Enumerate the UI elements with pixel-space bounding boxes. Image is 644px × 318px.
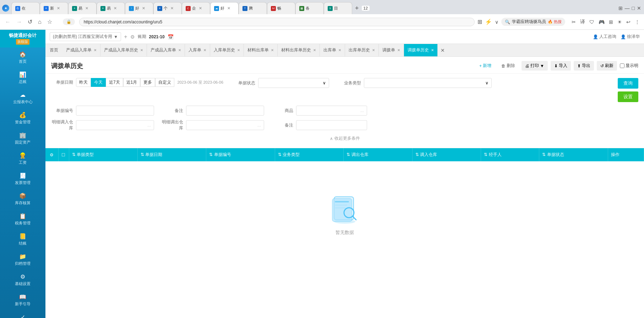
sidebar-item-member[interactable]: ✓ 畅会员 bbox=[0, 310, 45, 318]
sidebar-item-settings[interactable]: ⚙ 基础设置 bbox=[0, 270, 45, 290]
date-btn-1month[interactable]: 近1月 bbox=[123, 78, 141, 87]
close-button[interactable]: ✕ bbox=[637, 5, 641, 11]
th-out-warehouse[interactable]: ⇅ 调出仓库 bbox=[344, 148, 412, 161]
home-button[interactable]: ⌂ bbox=[37, 18, 43, 26]
date-btn-more[interactable]: 更多 bbox=[140, 78, 155, 87]
tab-9[interactable]: T 腾 bbox=[239, 2, 267, 14]
logo-area[interactable]: 畅捷通好会计 旗舰版 bbox=[0, 30, 45, 48]
tab-close-out-history[interactable]: ✕ bbox=[372, 48, 375, 52]
sidebar-item-archive[interactable]: 📁 归档管理 bbox=[0, 250, 45, 270]
sidebar-item-invoice[interactable]: 🧾 发票管理 bbox=[0, 169, 45, 189]
sidebar-item-ledger[interactable]: 📊 总账 bbox=[0, 68, 45, 88]
th-settings[interactable]: ⚙ bbox=[45, 148, 58, 161]
goods-select[interactable]: ... bbox=[296, 106, 367, 116]
tab-in-order[interactable]: 入库单 ✕ bbox=[185, 44, 210, 57]
tab-8[interactable]: ☁ 好 ✕ bbox=[210, 2, 239, 14]
help-button[interactable]: 👤 人工咨询 bbox=[593, 34, 616, 40]
th-biz-type[interactable]: ⇅ 业务类型 bbox=[275, 148, 343, 161]
tab-1[interactable]: 在 在 bbox=[11, 2, 40, 14]
scissors-icon[interactable]: ✂ bbox=[571, 18, 577, 26]
tab-close-in-order[interactable]: ✕ bbox=[203, 48, 206, 52]
maximize-button[interactable]: □ bbox=[632, 5, 635, 11]
tab-close-product-in[interactable]: ✕ bbox=[94, 48, 97, 52]
th-handler[interactable]: ⇅ 经手人 bbox=[481, 148, 539, 161]
doc-no-input[interactable] bbox=[76, 106, 154, 116]
tab-close-product-in-2[interactable]: ✕ bbox=[178, 48, 181, 52]
print-button[interactable]: 🖨 打印 ▼ bbox=[522, 61, 548, 71]
tab-product-in-2[interactable]: 产成品入库单 ✕ bbox=[147, 44, 185, 57]
back-button[interactable]: ← bbox=[4, 18, 12, 26]
extensions-icon[interactable]: ⊞ bbox=[477, 18, 482, 25]
tab-in-history[interactable]: 入库单历史 ✕ bbox=[210, 44, 244, 57]
tab-6-close[interactable]: ✕ bbox=[170, 6, 174, 11]
add-company-btn[interactable]: + bbox=[124, 34, 127, 40]
brightness-icon[interactable]: ☀ bbox=[617, 18, 623, 26]
user-info[interactable]: 👤 徐泽华 bbox=[621, 34, 640, 40]
th-doc-status[interactable]: ⇅ 单据状态 bbox=[539, 148, 608, 161]
tab-close-product-in-history[interactable]: ✕ bbox=[140, 48, 143, 52]
new-tab-button[interactable]: + bbox=[352, 5, 362, 12]
tab-out-history[interactable]: 出库单历史 ✕ bbox=[345, 44, 379, 57]
tab-product-in-history[interactable]: 产成品入库单历史 ✕ bbox=[100, 44, 147, 57]
th-doc-date[interactable]: ⇅ 单据日期 bbox=[137, 148, 206, 161]
out-warehouse-select[interactable]: ... bbox=[186, 120, 264, 130]
forward-button[interactable]: → bbox=[15, 18, 23, 26]
delete-button[interactable]: 🗑 删除 bbox=[498, 61, 519, 71]
tab-7[interactable]: C 企 ✕ bbox=[182, 2, 210, 14]
query-button[interactable]: 查询 bbox=[618, 78, 638, 89]
th-doc-no[interactable]: ⇅ 单据编号 bbox=[206, 148, 275, 161]
tab-close-out-order[interactable]: ✕ bbox=[338, 48, 341, 52]
tab-product-in[interactable]: 产成品入库单 ✕ bbox=[62, 44, 100, 57]
close-all-tabs-button[interactable]: ✕ bbox=[438, 48, 448, 53]
collapse-button[interactable]: ∧ 收起更多条件 bbox=[328, 133, 362, 144]
tab-material-out-history[interactable]: 材料出库单历史 ✕ bbox=[278, 44, 320, 57]
date-btn-today[interactable]: 今天 bbox=[91, 78, 106, 87]
tab-6[interactable]: ≡ 个 ✕ bbox=[153, 2, 182, 14]
tab-transfer[interactable]: 调拨单 ✕ bbox=[379, 44, 404, 57]
date-btn-yesterday[interactable]: 昨天 bbox=[76, 78, 91, 87]
sidebar-item-assets[interactable]: 🏢 固定资产 bbox=[0, 128, 45, 149]
search-bar[interactable]: 🔍 学霸应聘场驱鸟员 🔥 热搜 bbox=[501, 18, 565, 26]
tab-4[interactable]: ≡ 易 ✕ bbox=[97, 2, 125, 14]
expand-icon[interactable]: ∨ bbox=[495, 19, 498, 25]
sidebar-item-funds[interactable]: 💰 资金管理 bbox=[0, 108, 45, 128]
star-button[interactable]: ☆ bbox=[46, 18, 54, 26]
tab-7-close[interactable]: ✕ bbox=[199, 6, 202, 11]
refresh-button[interactable]: ↺ 刷新 bbox=[597, 61, 617, 71]
sidebar-item-payroll[interactable]: 👷 工资 bbox=[0, 149, 45, 169]
biztype-select[interactable]: ∨ bbox=[364, 78, 492, 88]
tab-10[interactable]: M 畅 bbox=[267, 2, 295, 14]
tab-2-close[interactable]: ✕ bbox=[57, 6, 60, 11]
translate-icon[interactable]: 译 bbox=[579, 18, 586, 26]
sidebar-item-guide[interactable]: 📖 新手引导 bbox=[0, 290, 45, 310]
company-settings-icon[interactable]: ⚙ bbox=[130, 34, 135, 40]
address-input[interactable] bbox=[79, 18, 475, 26]
remark-input[interactable] bbox=[186, 106, 264, 116]
extension-1-icon[interactable]: 🛡 bbox=[589, 18, 595, 26]
tab-2[interactable]: ≡ 新 ✕ bbox=[40, 2, 68, 14]
tab-8-close[interactable]: ✕ bbox=[227, 6, 230, 11]
tab-close-material-out[interactable]: ✕ bbox=[271, 48, 274, 52]
undo-icon[interactable]: ↩ bbox=[626, 18, 631, 26]
tab-transfer-history[interactable]: 调拨单历史 ✕ bbox=[404, 44, 438, 57]
tab-close-in-history[interactable]: ✕ bbox=[237, 48, 240, 52]
export-button[interactable]: ⬆ 导出 bbox=[574, 61, 594, 71]
menu-icon[interactable]: ⋮ bbox=[634, 18, 640, 26]
th-in-warehouse[interactable]: ⇅ 调入仓库 bbox=[412, 148, 481, 161]
extension-2-icon[interactable]: 🎮 bbox=[598, 18, 605, 26]
tab-5-close[interactable]: ✕ bbox=[142, 6, 145, 11]
tab-close-transfer[interactable]: ✕ bbox=[397, 48, 400, 52]
date-btn-7days[interactable]: 近7天 bbox=[106, 78, 123, 87]
tab-3-close[interactable]: ✕ bbox=[85, 6, 88, 11]
sidebar-item-reports[interactable]: ☁ 云报表中心 bbox=[0, 88, 45, 108]
status-select[interactable]: ∨ bbox=[258, 78, 329, 88]
tab-home[interactable]: 首页 bbox=[45, 44, 62, 57]
settings-button[interactable]: 设置 bbox=[618, 91, 638, 102]
minimize-button[interactable]: — bbox=[625, 5, 630, 11]
tab-4-close[interactable]: ✕ bbox=[114, 6, 117, 11]
new-button[interactable]: + 新增 bbox=[476, 61, 495, 71]
tab-3[interactable]: ≡ 易 ✕ bbox=[68, 2, 97, 14]
sidebar-item-inventory[interactable]: 📦 库存核算 bbox=[0, 189, 45, 209]
sidebar-item-closing[interactable]: 📒 结账 bbox=[0, 229, 45, 250]
tab-11[interactable]: ▦ 各 bbox=[295, 2, 324, 14]
